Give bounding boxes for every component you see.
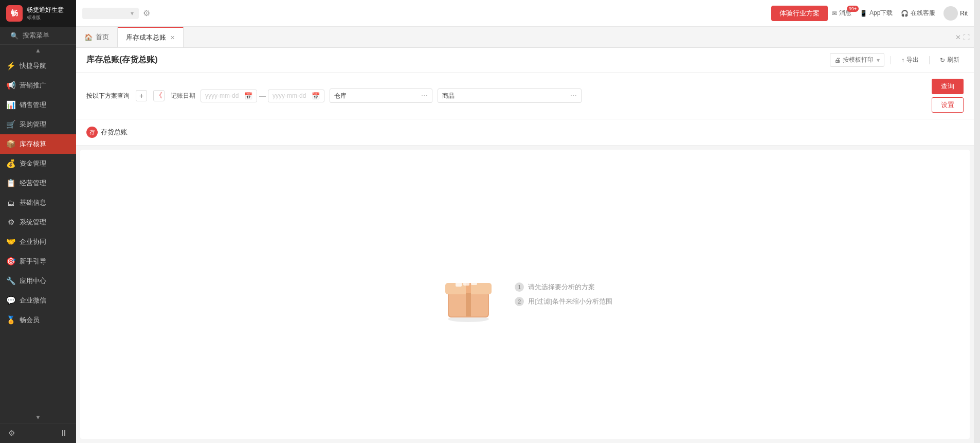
page-header: 库存总账(存货总账) 🖨 按模板打印 ▾ ↑ 导出 ↻ 刷新 xyxy=(76,48,974,73)
tab-close-all-btn[interactable]: ✕ xyxy=(955,33,961,41)
filter-label: 按以下方案查询 xyxy=(86,92,130,100)
warehouse-more-icon: ··· xyxy=(421,91,428,100)
date-start-input[interactable]: yyyy-mm-dd 📅 xyxy=(201,90,257,102)
home-icon: 🏠 xyxy=(84,33,93,41)
chevron-down-icon: ▼ xyxy=(35,414,41,421)
chevron-up-icon: ▲ xyxy=(35,47,41,54)
sidebar-item-quicknav[interactable]: ⚡ 快捷导航 xyxy=(0,56,76,76)
calendar-end-icon: 📅 xyxy=(312,92,320,100)
scheme-row: 存 存货总账 xyxy=(76,119,974,146)
sidebar-item-operations[interactable]: 📋 经营管理 xyxy=(0,173,76,193)
sidebar-item-finance[interactable]: 💰 资金管理 xyxy=(0,154,76,173)
logo-icon: 畅 xyxy=(6,5,23,22)
hint-num-2: 2 xyxy=(515,297,524,306)
scroll-up-btn[interactable]: ▲ xyxy=(0,45,76,56)
paper2 xyxy=(463,276,469,286)
page-header-actions: 🖨 按模板打印 ▾ ↑ 导出 ↻ 刷新 xyxy=(830,53,964,67)
scroll-down-btn[interactable]: ▼ xyxy=(0,412,76,423)
user-name: Rit xyxy=(960,10,968,17)
online-support-btn[interactable]: 🎧 在线客服 xyxy=(901,9,935,17)
tab-inventory-cost[interactable]: 库存成本总账 ✕ xyxy=(118,27,184,47)
sidebar-item-system[interactable]: ⚙ 系统管理 xyxy=(0,212,76,232)
date-end-input[interactable]: yyyy-mm-dd 📅 xyxy=(268,90,324,102)
settings-icon[interactable]: ⚙ xyxy=(8,429,15,438)
tab-close-icon[interactable]: ✕ xyxy=(170,34,175,41)
warehouse-input[interactable]: 仓库 ··· xyxy=(330,88,432,103)
sidebar-item-inventory[interactable]: 📦 库存核算 xyxy=(0,134,76,154)
breadcrumb: ▾ ⚙ xyxy=(82,8,767,19)
print-icon: 🖨 xyxy=(834,57,841,64)
filter-add-btn[interactable]: + xyxy=(136,90,147,101)
breadcrumb-input[interactable]: ▾ xyxy=(82,8,139,19)
app-logo: 畅 畅捷通好生意 标准版 xyxy=(0,0,76,27)
tabbar: 🏠 首页 库存成本总账 ✕ ✕ ⛶ xyxy=(76,27,974,48)
refresh-icon: ↻ xyxy=(940,57,945,64)
enterprise-icon: 🤝 xyxy=(6,237,15,246)
page-title: 库存总账(存货总账) xyxy=(86,55,158,65)
filter-collapse-btn[interactable]: 《 xyxy=(153,90,165,101)
settings-btn-topbar[interactable]: ⚙ xyxy=(143,8,150,18)
scheme-icon: 存 xyxy=(86,127,98,138)
export-btn[interactable]: ↑ 导出 xyxy=(897,54,923,66)
empty-svg xyxy=(438,263,499,325)
scheme-label: 存货总账 xyxy=(101,128,128,137)
corpwechat-icon: 💬 xyxy=(6,296,15,305)
sidebar-menu: ⚡ 快捷导航 📢 营销推广 📊 销售管理 🛒 采购管理 📦 库存核算 💰 资金管… xyxy=(0,56,76,412)
divider2 xyxy=(929,56,930,64)
sidebar-search[interactable]: 🔍 搜索菜单 xyxy=(0,27,76,45)
sales-icon: 📊 xyxy=(6,100,15,110)
empty-hint-1: 1 请先选择要分析的方案 xyxy=(515,282,612,292)
filter-settings-btn[interactable]: 设置 xyxy=(932,97,964,113)
newguide-icon: 🎯 xyxy=(6,257,15,266)
date-input-group: yyyy-mm-dd 📅 — yyyy-mm-dd 📅 xyxy=(201,90,324,102)
logo-text: 畅捷通好生意 标准版 xyxy=(27,6,64,21)
message-count: 99+ xyxy=(847,6,859,12)
main-area: ▾ ⚙ 体验行业方案 ✉ 消息 99+ 📱 App下载 🎧 在线客服 Rit xyxy=(76,0,974,443)
paper1 xyxy=(456,279,462,287)
sidebar-item-membership[interactable]: 🏅 畅会员 xyxy=(0,310,76,330)
product-input[interactable]: 商品 ··· xyxy=(438,88,582,103)
print-dropdown-icon: ▾ xyxy=(877,57,880,64)
sidebar-item-purchase[interactable]: 🛒 采购管理 xyxy=(0,115,76,134)
refresh-btn[interactable]: ↻ 刷新 xyxy=(936,54,964,66)
finance-icon: 💰 xyxy=(6,159,15,168)
appcenter-icon: 🔧 xyxy=(6,276,15,286)
marketing-icon: 📢 xyxy=(6,81,15,90)
sidebar-item-sales[interactable]: 📊 销售管理 xyxy=(0,95,76,115)
paper3 xyxy=(471,278,477,285)
filter-actions: 查询 设置 xyxy=(932,79,964,113)
message-badge[interactable]: ✉ 消息 99+ xyxy=(832,9,851,17)
user-info[interactable]: Rit xyxy=(943,6,968,21)
sidebar-item-appcenter[interactable]: 🔧 应用中心 xyxy=(0,271,76,291)
empty-hint-2: 2 用[过滤]条件来缩小分析范围 xyxy=(515,297,612,306)
tab-home[interactable]: 🏠 首页 xyxy=(76,27,118,47)
user-avatar xyxy=(943,6,958,21)
topbar-right: ✉ 消息 99+ 📱 App下载 🎧 在线客服 Rit xyxy=(832,6,968,21)
breadcrumb-dropdown-icon: ▾ xyxy=(131,10,134,17)
sidebar-bottom: ⚙ ⏸ xyxy=(0,423,76,443)
tab-expand-icon[interactable]: ⛶ xyxy=(963,33,970,41)
export-icon: ↑ xyxy=(901,57,904,64)
sidebar-item-corpwechat[interactable]: 💬 企业微信 xyxy=(0,291,76,310)
sidebar-item-basic[interactable]: 🗂 基础信息 xyxy=(0,193,76,212)
collapse-icon[interactable]: ⏸ xyxy=(60,429,68,438)
headset-icon: 🎧 xyxy=(901,10,909,17)
page-area: 库存总账(存货总账) 🖨 按模板打印 ▾ ↑ 导出 ↻ 刷新 xyxy=(76,48,974,443)
sidebar-item-newguide[interactable]: 🎯 新手引导 xyxy=(0,252,76,271)
scheme-item[interactable]: 存 存货总账 xyxy=(86,123,128,141)
operations-icon: 📋 xyxy=(6,179,15,188)
sidebar-item-marketing[interactable]: 📢 营销推广 xyxy=(0,76,76,95)
sidebar-item-enterprise[interactable]: 🤝 企业协同 xyxy=(0,232,76,252)
hint-num-1: 1 xyxy=(515,282,524,292)
inventory-icon: 📦 xyxy=(6,139,15,149)
filter-bar: 按以下方案查询 + 《 记账日期 yyyy-mm-dd 📅 — yyyy-mm-… xyxy=(76,73,974,119)
trial-btn[interactable]: 体验行业方案 xyxy=(771,6,828,21)
search-icon: 🔍 xyxy=(10,32,19,40)
print-btn[interactable]: 🖨 按模板打印 ▾ xyxy=(830,53,884,67)
right-panel xyxy=(974,0,980,443)
app-download-btn[interactable]: 📱 App下载 xyxy=(860,9,893,17)
query-btn[interactable]: 查询 xyxy=(932,79,964,94)
sidebar: 畅 畅捷通好生意 标准版 🔍 搜索菜单 ▲ ⚡ 快捷导航 📢 营销推广 📊 销售… xyxy=(0,0,76,443)
system-icon: ⚙ xyxy=(6,218,15,227)
divider xyxy=(891,56,891,64)
